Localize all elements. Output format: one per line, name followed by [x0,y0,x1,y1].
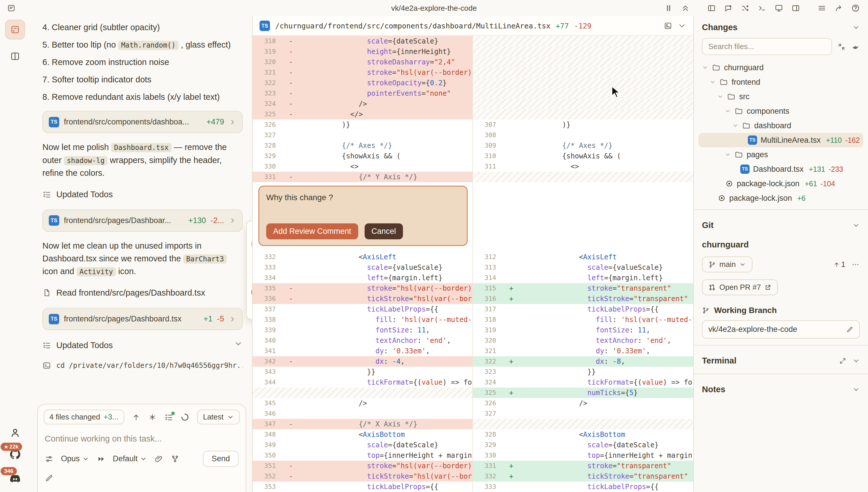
line-number[interactable]: 352 [253,471,278,482]
tree-row[interactable]: TSMultiLineArea.tsx+110-162 [699,133,863,147]
fork-icon[interactable] [251,304,252,313]
add-review-comment-button[interactable]: Add Review Comment [266,223,358,239]
line-number[interactable]: 311 [473,161,498,172]
line-number[interactable]: 326 [253,120,278,130]
line-number[interactable]: 328 [473,429,498,440]
todos-row[interactable]: Updated Todos [42,339,243,351]
model-selector[interactable]: Opus [61,454,89,463]
line-number[interactable]: 333 [473,482,498,492]
discord-link[interactable]: 346 [9,472,22,487]
line-number[interactable]: 328 [253,141,278,151]
git-compare-icon[interactable] [741,4,750,13]
layout-tab[interactable] [5,46,25,66]
line-number[interactable]: 344 [253,377,278,388]
line-number[interactable]: 349 [253,440,278,450]
chevRight-icon[interactable] [229,217,236,224]
line-number[interactable]: 324 [473,377,498,388]
file-chip[interactable]: TSfrontend/src/pages/Dashboard.tsx+1-5 [42,308,243,330]
line-number[interactable]: 314 [473,273,498,283]
line-number[interactable]: 345 [253,398,278,409]
terminal-icon[interactable] [758,4,767,13]
line-number[interactable]: 335 [253,283,278,294]
line-number[interactable]: 322 [253,78,278,88]
line-number[interactable]: 347 [253,419,278,429]
notes-section-header[interactable]: Notes [694,378,868,398]
changes-section-header[interactable]: Changes [694,16,868,36]
panel-right-icon[interactable] [791,4,800,13]
send-button[interactable]: Send [203,451,239,467]
chevron-down-icon[interactable] [852,357,860,365]
line-number[interactable]: 332 [473,471,498,482]
tree-row[interactable]: src [699,89,863,104]
pause-icon[interactable] [664,4,673,13]
line-number[interactable]: 333 [253,262,278,273]
tree-row[interactable]: components [699,104,863,118]
mode-selector[interactable]: Default [113,454,147,463]
line-number[interactable]: 325 [473,388,498,398]
chevRight-icon[interactable] [229,118,236,126]
fast-forward-icon[interactable] [97,454,105,463]
tree-row[interactable]: pages [699,147,863,162]
tree-row[interactable]: TSDashboard.tsx+131-233 [699,162,863,176]
compose-icon[interactable] [45,474,53,483]
line-number[interactable]: 334 [253,273,278,283]
line-number[interactable]: 331 [473,461,498,471]
line-number[interactable]: 325 [253,109,278,120]
file-chip[interactable]: TSfrontend/src/components/dashboa...+479 [42,111,243,133]
attachment-icon[interactable] [155,454,163,463]
tree-row[interactable]: package-lock.json+6 [699,191,863,205]
line-number[interactable]: 348 [253,429,278,440]
edit-branch-icon[interactable] [846,326,853,333]
run-icon[interactable] [251,272,252,281]
latest-selector[interactable]: Latest [197,410,240,424]
line-number[interactable]: 329 [253,151,278,161]
chevron-down-icon[interactable] [852,222,860,229]
line-number[interactable]: 312 [473,252,498,262]
window-menu-icon[interactable] [7,4,16,13]
search-files-input[interactable] [702,38,832,55]
line-number[interactable]: 330 [473,450,498,461]
drag-handle-icon[interactable] [251,224,252,232]
line-number[interactable]: 316 [473,294,498,304]
open-pr-button[interactable]: Open PR #7 [702,279,778,295]
git-section-header[interactable]: Git [694,214,868,234]
line-number[interactable]: 331 [253,172,278,182]
tree-row[interactable]: frontend [699,75,863,89]
help-icon[interactable] [851,4,860,13]
chevron-down-icon[interactable] [852,24,860,31]
asterisk-icon[interactable] [148,413,157,421]
collapse-tree-icon[interactable] [837,42,846,51]
fork-icon[interactable] [171,454,180,463]
line-number[interactable]: 315 [473,283,498,294]
line-number[interactable]: 319 [473,325,498,335]
files-changed-button[interactable]: 4 files changed +3... [44,410,124,424]
working-branch-field[interactable]: vk/4e2a-explore-the-code [702,320,860,339]
line-number[interactable]: 332 [253,252,278,262]
todos-row[interactable]: Updated Todos [42,188,243,201]
line-number[interactable]: 322 [473,356,498,367]
collapse-all-icon[interactable] [681,4,690,13]
preview-icon[interactable] [251,288,252,297]
settings-sliders-icon[interactable] [45,454,53,463]
line-number[interactable]: 309 [473,141,498,151]
line-number[interactable]: 323 [253,88,278,99]
terminal-section-header[interactable]: Terminal [694,349,868,370]
line-number[interactable]: 323 [473,367,498,377]
line-number[interactable]: 319 [253,46,278,57]
line-number[interactable]: 308 [473,130,498,141]
line-number[interactable]: 318 [253,36,278,46]
bird-icon[interactable] [851,42,860,51]
line-number[interactable]: 324 [253,99,278,109]
todos-status-icon[interactable] [164,413,173,421]
line-number[interactable]: 318 [473,315,498,325]
line-number[interactable]: 338 [253,315,278,325]
chevDown-icon[interactable] [234,339,243,348]
line-number[interactable]: 343 [253,367,278,377]
more-menu-icon[interactable] [851,260,860,269]
tree-row[interactable]: dashboard [699,118,863,133]
cancel-button[interactable]: Cancel [365,223,403,239]
line-number[interactable]: 321 [473,346,498,356]
chevRight-icon[interactable] [229,315,236,323]
line-number[interactable]: 310 [473,151,498,161]
line-number[interactable]: 326 [473,398,498,409]
